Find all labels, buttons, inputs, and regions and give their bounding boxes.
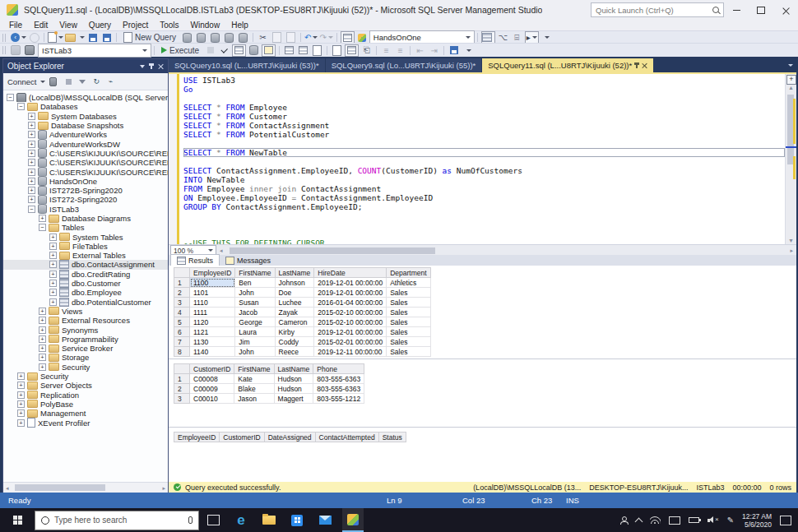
- available-databases-combobox[interactable]: ISTLab3: [38, 44, 151, 58]
- editor-hscrollbar[interactable]: ◂ ▸: [218, 246, 795, 255]
- selection-margin[interactable]: [169, 74, 177, 244]
- properties-window-button[interactable]: ⌥: [497, 32, 509, 43]
- tree-item[interactable]: +Server Objects: [3, 381, 168, 390]
- grid-cell[interactable]: 1140: [190, 347, 235, 357]
- tree-item[interactable]: +Storage: [3, 353, 168, 362]
- column-header[interactable]: Department: [387, 268, 430, 278]
- grid-cell[interactable]: Luchee: [275, 298, 314, 308]
- expander-icon[interactable]: −: [7, 94, 14, 101]
- close-panel-button[interactable]: [158, 63, 164, 69]
- expander-icon[interactable]: +: [28, 131, 35, 138]
- table-row[interactable]: 41111JacobZayak2015-02-10 00:00:00Sales: [174, 308, 431, 317]
- grid-cell[interactable]: Sales: [387, 327, 430, 337]
- tab-messages[interactable]: Messages: [220, 255, 276, 266]
- scroll-right-icon[interactable]: ▸: [162, 484, 165, 492]
- code-line[interactable]: SELECT ContactAssignment.EmployeeID, COU…: [183, 166, 785, 175]
- expander-icon[interactable]: +: [49, 243, 57, 250]
- window-position-button[interactable]: [140, 65, 145, 68]
- undo-button[interactable]: ↶: [304, 32, 318, 43]
- display-icon[interactable]: [669, 516, 680, 525]
- expander-icon[interactable]: +: [17, 409, 25, 417]
- results-to-file-button[interactable]: ⎗: [360, 45, 373, 56]
- minimize-button[interactable]: [724, 0, 749, 20]
- code-line[interactable]: SELECT * FROM Employee: [183, 103, 785, 112]
- expander-icon[interactable]: +: [17, 419, 25, 427]
- toolbar-options-button[interactable]: [541, 32, 553, 43]
- tree-item[interactable]: +dbo.Employee: [3, 288, 168, 297]
- tree-item[interactable]: +HandsOnOne: [3, 177, 168, 186]
- result-grid-1[interactable]: EmployeeIDFirstNameLastNameHireDateDepar…: [174, 267, 431, 357]
- tree-item[interactable]: +dbo.PotentialCustomer: [3, 298, 168, 307]
- grid-cell[interactable]: Cameron: [275, 317, 314, 327]
- tree-item[interactable]: +Service Broker: [3, 344, 168, 353]
- toolbox-button[interactable]: ⌸: [511, 32, 523, 43]
- grid-cell[interactable]: 1101: [190, 288, 235, 298]
- display-estimated-plan-button[interactable]: [232, 44, 246, 57]
- query-options-button[interactable]: [248, 45, 260, 56]
- menu-view[interactable]: View: [53, 21, 83, 30]
- navigate-back-button[interactable]: ‹: [11, 32, 26, 43]
- chevron-up-icon[interactable]: [634, 517, 643, 525]
- stop-button[interactable]: [63, 76, 73, 86]
- redo-button[interactable]: ↷: [319, 32, 332, 43]
- expander-icon[interactable]: +: [17, 382, 25, 389]
- tree-item[interactable]: +AdventureWorksDW: [3, 139, 168, 148]
- grid-cell[interactable]: Jim: [235, 337, 275, 347]
- taskbar-clock[interactable]: 12:27 AM 5/6/2020: [742, 512, 772, 529]
- grid-cell[interactable]: 2015-02-10 00:00:00: [314, 308, 387, 317]
- code-line[interactable]: [183, 220, 785, 229]
- connect-button[interactable]: [11, 45, 23, 56]
- comment-button[interactable]: ≡: [380, 45, 392, 56]
- activity-monitor-button[interactable]: [341, 31, 355, 44]
- expander-icon[interactable]: +: [39, 317, 46, 324]
- tree-item[interactable]: +dbo.Customer: [3, 279, 168, 288]
- expander-icon[interactable]: +: [28, 169, 35, 176]
- execute-button[interactable]: Execute: [158, 45, 202, 56]
- doc-tab[interactable]: SQLQuery9.sql (Lo...U8RTJ\Kijuuki (55))*: [326, 58, 482, 72]
- cancel-query-button[interactable]: [204, 45, 216, 56]
- column-header[interactable]: EmployeeID: [174, 433, 220, 442]
- code-line[interactable]: FROM Employee inner join ContactAssignme…: [183, 184, 785, 193]
- include-actual-plan-button[interactable]: [283, 45, 295, 56]
- intellisense-button[interactable]: [262, 44, 276, 57]
- code-line[interactable]: GROUP BY ContactAssignment.EmployeeID;: [183, 202, 785, 211]
- microphone-icon[interactable]: [188, 516, 193, 524]
- grid-cell[interactable]: Kate: [234, 374, 274, 384]
- grid-cell[interactable]: Kirby: [275, 327, 314, 337]
- scrollbar-thumb[interactable]: [15, 484, 105, 491]
- column-header[interactable]: DateAssigned: [264, 433, 315, 442]
- expander-icon[interactable]: +: [39, 308, 46, 315]
- grid-cell[interactable]: 1110: [190, 298, 235, 308]
- start-button[interactable]: [0, 508, 35, 532]
- tree-item[interactable]: +Views: [3, 307, 168, 316]
- grid-cell[interactable]: Sales: [387, 288, 430, 298]
- row-number[interactable]: 2: [174, 384, 190, 394]
- registered-servers-button[interactable]: [481, 31, 495, 44]
- grid-cell[interactable]: 2015-02-10 00:00:00: [314, 317, 387, 327]
- battery-icon[interactable]: [689, 517, 699, 523]
- expander-icon[interactable]: +: [17, 372, 25, 380]
- grid-cell[interactable]: John: [235, 347, 275, 357]
- row-number[interactable]: 7: [174, 337, 190, 347]
- editor-vscrollbar[interactable]: + ▲ ▼: [785, 74, 796, 244]
- tree-item[interactable]: +Synonyms: [3, 325, 168, 334]
- grid-cell[interactable]: George: [235, 317, 275, 327]
- table-row[interactable]: 51120GeorgeCameron2015-02-10 00:00:00Sal…: [174, 317, 431, 327]
- grid-cell[interactable]: C00009: [190, 384, 234, 394]
- scrollbar-thumb[interactable]: [230, 247, 435, 254]
- column-header[interactable]: EmployeeID: [190, 268, 235, 278]
- object-explorer-hscrollbar[interactable]: ◂ ▸: [3, 482, 168, 493]
- tree-item[interactable]: +IST272B-Spring2020: [3, 186, 168, 195]
- parse-button[interactable]: [218, 45, 230, 56]
- tree-item[interactable]: +System Tables: [3, 232, 168, 241]
- connect-dropdown[interactable]: Connect: [7, 77, 45, 86]
- row-number-header[interactable]: [174, 364, 190, 374]
- tree-item[interactable]: +C:\USERS\KIJUUKI\SOURCE\REPOS\ATHLETI: [3, 158, 168, 167]
- grid-cell[interactable]: Hudson: [274, 384, 313, 394]
- row-number[interactable]: 3: [174, 298, 190, 308]
- tree-item[interactable]: −Databases: [3, 102, 168, 111]
- scroll-left-icon[interactable]: ◂: [6, 484, 9, 492]
- grid-cell[interactable]: Reece: [275, 347, 314, 357]
- grid-cell[interactable]: Zayak: [275, 308, 314, 317]
- save-button[interactable]: [86, 32, 99, 43]
